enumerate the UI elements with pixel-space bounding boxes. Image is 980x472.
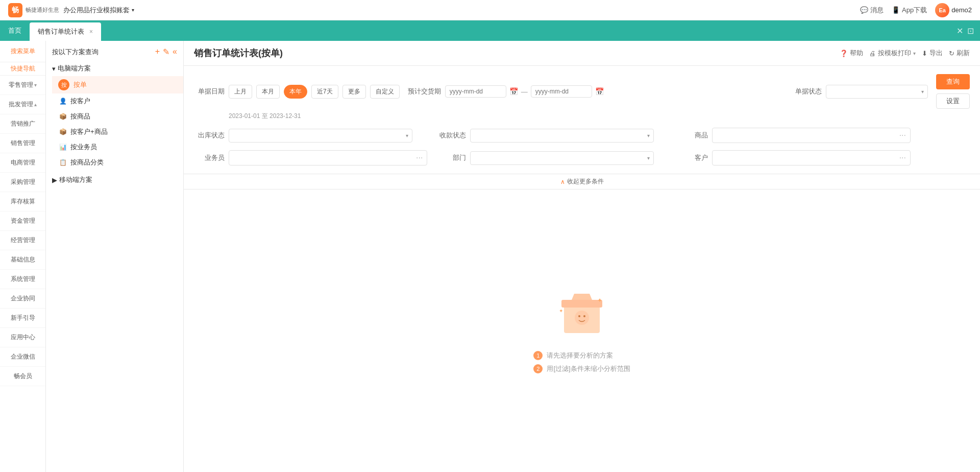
tree-item-by-category[interactable]: 📋 按商品分类: [52, 155, 183, 170]
calendar-start-icon[interactable]: 📅: [509, 87, 518, 96]
sidebar-item-member[interactable]: 畅会员: [0, 367, 45, 386]
date-btn-custom[interactable]: 自定义: [370, 85, 400, 99]
sidebar-item-inventory[interactable]: 库存核算: [0, 192, 45, 211]
collapse-bar[interactable]: ∧ 收起更多条件: [184, 174, 980, 190]
collapse-label: 收起更多条件: [567, 177, 604, 186]
sidebar-item-finance[interactable]: 资金管理: [0, 211, 45, 231]
sidebar-retail-arrow: ▾: [34, 82, 37, 88]
ship-status-select[interactable]: [229, 129, 412, 143]
tree-item-by-staff[interactable]: 📊 按业务员: [52, 139, 183, 155]
expected-delivery-end[interactable]: [531, 85, 592, 98]
tree-item-by-cust-prod[interactable]: 📦 按客户+商品: [52, 124, 183, 139]
user-area[interactable]: Ea demo2: [935, 3, 972, 17]
tip-text-2: 用[过滤]条件来缩小分析范围: [547, 364, 630, 373]
sidebar-search-section: 搜索菜单: [0, 41, 45, 62]
calendar-end-icon[interactable]: 📅: [595, 87, 604, 96]
window-maximize-icon[interactable]: ⊡: [967, 26, 974, 36]
message-button[interactable]: 💬 消息: [860, 6, 884, 15]
sidebar-item-newbie[interactable]: 新手引导: [0, 309, 45, 328]
product-filter-group: 商品 ···: [677, 128, 911, 143]
collapse-panel-button[interactable]: «: [173, 47, 177, 57]
sidebar-sales-label: 销售管理: [11, 139, 35, 148]
bill-status-label: 单据状态: [791, 87, 822, 96]
tree-pc-children: 按 按单 👤 按客户 📦 按商品 📦 按客户+商品 📊 按业务员: [46, 76, 183, 170]
product-input[interactable]: ···: [712, 128, 911, 143]
svg-point-5: [578, 315, 580, 317]
ship-status-label: 出库状态: [194, 131, 225, 140]
tip-text-1: 请先选择要分析的方案: [547, 351, 613, 360]
tree-item-by-product-label: 按商品: [70, 112, 90, 121]
print-label: 按模板打印: [878, 49, 911, 58]
customer-input[interactable]: ···: [712, 150, 911, 166]
edit-scheme-button[interactable]: ✎: [163, 47, 169, 57]
window-close-icon[interactable]: ✕: [957, 26, 963, 36]
tree-pc-section[interactable]: ▾ 电脑端方案: [46, 61, 183, 76]
help-icon: ❓: [840, 50, 848, 57]
sidebar-marketing-label: 营销推广: [11, 120, 35, 128]
app-download-label: App下载: [902, 6, 927, 15]
help-button[interactable]: ❓ 帮助: [840, 49, 863, 58]
date-btn-last-month[interactable]: 上月: [229, 85, 252, 99]
search-menu-button[interactable]: 搜索菜单: [4, 45, 41, 58]
tab-home[interactable]: 首页: [0, 20, 30, 41]
settings-button[interactable]: 设置: [936, 93, 970, 109]
sidebar-item-enterprise[interactable]: 企业协同: [0, 289, 45, 309]
export-button[interactable]: ⬇ 导出: [922, 49, 943, 58]
expected-delivery-start[interactable]: [445, 85, 506, 98]
tree-mobile-section[interactable]: ▶ 移动端方案: [46, 172, 183, 187]
date-btn-last-7days[interactable]: 近7天: [311, 85, 338, 99]
tab-bar: 首页 销售订单统计表 × ✕ ⊡: [0, 20, 980, 41]
sidebar-item-purchase[interactable]: 采购管理: [0, 173, 45, 192]
tree-item-by-cust-prod-label: 按客户+商品: [70, 127, 108, 136]
tip-num-1: 1: [533, 351, 543, 360]
sidebar-wholesale-label: 批发管理: [9, 100, 33, 109]
empty-state-tips: 1 请先选择要分析的方案 2 用[过滤]条件来缩小分析范围: [533, 351, 630, 377]
tab-sales-order[interactable]: 销售订单统计表 ×: [30, 22, 101, 41]
logo-icon: 畅: [8, 3, 22, 17]
bill-status-select[interactable]: [826, 85, 928, 99]
dept-filter-group: 部门 ▾: [435, 151, 669, 165]
tree-item-by-staff-label: 按业务员: [70, 143, 97, 152]
sidebar-item-marketing[interactable]: 营销推广: [0, 114, 45, 134]
workspace-selector[interactable]: 办公用品行业模拟账套 ▾: [63, 6, 134, 15]
sidebar-item-retail[interactable]: 零售管理 ▾: [0, 76, 45, 95]
sidebar-item-sales[interactable]: 销售管理: [0, 134, 45, 153]
tree-item-by-customer[interactable]: 👤 按客户: [52, 93, 183, 109]
sidebar-item-operations[interactable]: 经营管理: [0, 231, 45, 250]
date-btn-more[interactable]: 更多: [342, 85, 366, 99]
search-button[interactable]: 查询: [936, 74, 970, 89]
tree-item-by-order[interactable]: 按 按单: [52, 76, 183, 93]
staff-input[interactable]: ···: [229, 150, 427, 166]
staff-dots: ···: [416, 153, 423, 162]
sidebar-item-ecommerce[interactable]: 电商管理: [0, 153, 45, 173]
sidebar-system-label: 系统管理: [11, 275, 35, 284]
by-order-icon: 按: [58, 79, 69, 90]
product-label: 商品: [677, 131, 708, 140]
date-btn-this-month[interactable]: 本月: [256, 85, 280, 99]
refresh-button[interactable]: ↻ 刷新: [949, 49, 970, 58]
sidebar-item-wholesale[interactable]: 批发管理 ▴: [0, 95, 45, 114]
print-button[interactable]: 🖨 按模板打印 ▾: [869, 49, 916, 58]
tab-close-icon[interactable]: ×: [89, 28, 93, 35]
date-range-text: 2023-01-01 至 2023-12-31: [229, 112, 301, 121]
customer-filter-group: 客户 ···: [677, 150, 911, 166]
quick-nav-button[interactable]: 快捷导航: [0, 62, 45, 76]
date-btn-this-year[interactable]: 本年: [284, 85, 307, 99]
left-panel: 按以下方案查询 + ✎ « ▾ 电脑端方案 按 按单 👤 按客户: [46, 41, 184, 472]
sidebar-item-system[interactable]: 系统管理: [0, 270, 45, 289]
dept-select[interactable]: [470, 151, 654, 165]
logo-text: 畅捷通好生意: [26, 6, 59, 13]
pay-status-select[interactable]: [470, 129, 654, 143]
sidebar-item-appstore[interactable]: 应用中心: [0, 328, 45, 347]
ship-status-group: 出库状态 ▾: [194, 129, 427, 143]
sidebar: 搜索菜单 快捷导航 零售管理 ▾ 批发管理 ▴ 营销推广 销售管理 电商管理 采…: [0, 41, 46, 472]
add-scheme-button[interactable]: +: [155, 47, 160, 57]
sidebar-retail-label: 零售管理: [9, 81, 33, 89]
sidebar-item-wechat[interactable]: 企业微信: [0, 347, 45, 367]
sidebar-operations-label: 经营管理: [11, 236, 35, 245]
sidebar-newbie-label: 新手引导: [11, 314, 35, 322]
tree-item-by-product[interactable]: 📦 按商品: [52, 109, 183, 124]
sidebar-item-basic[interactable]: 基础信息: [0, 250, 45, 270]
app-download-button[interactable]: 📱 App下载: [892, 6, 927, 15]
help-label: 帮助: [850, 49, 863, 58]
